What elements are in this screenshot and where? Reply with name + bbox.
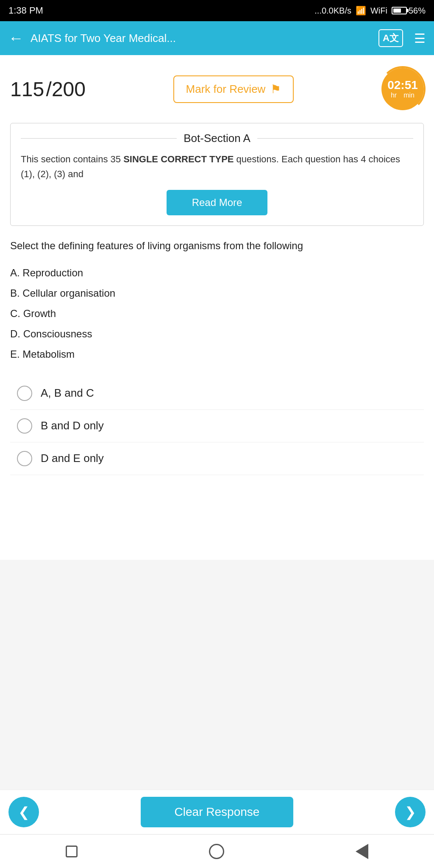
network-speed: ...0.0KB/s bbox=[314, 6, 351, 16]
timer: 02:51 hr min bbox=[381, 68, 424, 110]
timer-hours: 02 bbox=[387, 78, 401, 92]
android-back-button[interactable] bbox=[356, 844, 368, 859]
radio-2 bbox=[17, 418, 32, 434]
answer-choice-2[interactable]: B and D only bbox=[10, 410, 424, 442]
clear-response-button[interactable]: Clear Response bbox=[141, 797, 294, 827]
android-nav-bar bbox=[0, 834, 434, 868]
bottom-navigation: ❮ Clear Response ❯ bbox=[0, 790, 434, 834]
timer-minutes: 51 bbox=[405, 78, 418, 92]
timer-display: 02:51 bbox=[387, 79, 418, 92]
radio-inner-1 bbox=[21, 389, 28, 397]
prev-button[interactable]: ❮ bbox=[8, 797, 39, 827]
answer-choice-3[interactable]: D and E only bbox=[10, 442, 424, 475]
choice-label-1: A, B and C bbox=[41, 387, 94, 400]
question-options-list: A. Reproduction B. Cellular organisation… bbox=[10, 263, 424, 364]
answer-choice-1[interactable]: A, B and C bbox=[10, 377, 424, 410]
choice-label-3: D and E only bbox=[41, 452, 104, 465]
option-a: A. Reproduction bbox=[10, 263, 424, 283]
timer-labels: hr min bbox=[391, 92, 415, 99]
translate-label: A文 bbox=[383, 32, 399, 45]
question-header: 115 /200 Mark for Review ⚑ 02:51 hr min bbox=[10, 68, 424, 110]
battery-indicator: 56% bbox=[392, 6, 426, 16]
read-more-button[interactable]: Read More bbox=[167, 190, 268, 215]
translate-button[interactable]: A文 bbox=[378, 29, 403, 47]
mark-review-button[interactable]: Mark for Review ⚑ bbox=[173, 75, 294, 103]
section-title-wrapper: Bot-Section A bbox=[21, 132, 413, 145]
status-time: 1:38 PM bbox=[8, 5, 43, 16]
option-b: B. Cellular organisation bbox=[10, 283, 424, 303]
section-line-left bbox=[21, 138, 177, 139]
main-content: 115 /200 Mark for Review ⚑ 02:51 hr min … bbox=[0, 55, 434, 560]
question-text: Select the defining features of living o… bbox=[10, 238, 424, 254]
flag-icon: ⚑ bbox=[270, 82, 281, 96]
wifi-icon: WiFi bbox=[370, 6, 387, 16]
question-number: 115 bbox=[10, 78, 44, 100]
radio-inner-3 bbox=[21, 455, 28, 462]
toolbar: ← AIATS for Two Year Medical... A文 ☰ bbox=[0, 21, 434, 55]
toolbar-title: AIATS for Two Year Medical... bbox=[31, 32, 372, 45]
section-title: Bot-Section A bbox=[177, 132, 257, 145]
next-icon: ❯ bbox=[405, 804, 416, 820]
option-d: D. Consciousness bbox=[10, 324, 424, 344]
prev-icon: ❮ bbox=[18, 804, 30, 820]
mark-review-label: Mark for Review bbox=[186, 83, 266, 96]
choice-label-2: B and D only bbox=[41, 419, 104, 432]
question-total: /200 bbox=[46, 78, 86, 100]
next-button[interactable]: ❯ bbox=[395, 797, 426, 827]
section-line-right bbox=[257, 138, 413, 139]
min-label: min bbox=[403, 92, 415, 99]
battery-percent: 56% bbox=[409, 6, 426, 16]
radio-inner-2 bbox=[21, 422, 28, 430]
menu-button[interactable]: ☰ bbox=[414, 31, 426, 46]
option-e: E. Metabolism bbox=[10, 344, 424, 364]
android-square-button[interactable] bbox=[66, 846, 78, 857]
android-home-button[interactable] bbox=[209, 844, 224, 859]
answer-choices: A, B and C B and D only D and E only bbox=[10, 377, 424, 475]
question-number-block: 115 /200 bbox=[10, 78, 86, 101]
back-button[interactable]: ← bbox=[8, 31, 24, 46]
status-bar: 1:38 PM ...0.0KB/s 📶 WiFi 56% bbox=[0, 0, 434, 21]
radio-1 bbox=[17, 386, 32, 401]
hr-label: hr bbox=[391, 92, 397, 99]
option-c: C. Growth bbox=[10, 303, 424, 324]
signal-icon: 📶 bbox=[356, 6, 366, 16]
section-box: Bot-Section A This section contains 35 S… bbox=[10, 123, 424, 226]
radio-3 bbox=[17, 451, 32, 466]
status-icons: ...0.0KB/s 📶 WiFi 56% bbox=[314, 6, 426, 16]
section-description: This section contains 35 SINGLE CORRECT … bbox=[21, 152, 413, 181]
